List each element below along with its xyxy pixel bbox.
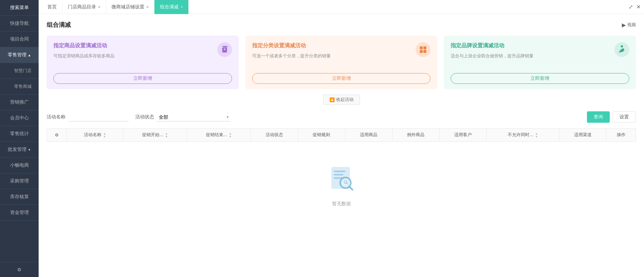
col-activity-name-label: 活动名称 [84,132,101,137]
col-operation: 操作 [606,128,636,142]
col-applicable-goods-label: 适用商品 [360,132,377,137]
sidebar-item-procurement[interactable]: 采购管理 [0,173,39,189]
sidebar-item-project-contract[interactable]: 项目合同 [0,32,39,47]
svg-rect-0 [420,46,423,49]
product-promo-card: 指定商品设置满减活动 可指定滞销商品或库存较多商品 立即新增 [47,36,239,89]
video-link[interactable]: ▶ 视频 [622,22,636,28]
sidebar-item-retail-mgmt[interactable]: 零售管理 ▲ [0,47,39,63]
col-applicable-goods: 适用商品 [345,128,392,142]
maximize-icon[interactable]: ⤢ [629,4,633,10]
retail-mgmt-arrow: ▲ [28,53,31,57]
col-activity-status: 活动状态 [251,128,298,142]
empty-state-row: 暂无数据 [47,142,636,220]
product-card-icon [217,42,232,57]
page-header: 组合满减 ▶ 视频 [47,21,636,29]
col-applicable-customer: 适用客户 [439,128,486,142]
product-card-title: 指定商品设置满减活动 [53,42,232,49]
search-actions: 查询 设置 [587,111,636,123]
sidebar-item-finance[interactable]: 资金管理 [0,205,39,221]
collapse-up-icon: 🔼 [329,97,335,102]
activity-name-sort: ▲▼ [103,132,106,138]
col-activity-name[interactable]: 活动名称 ▲▼ [67,128,123,142]
svg-rect-6 [334,174,343,175]
tab-store-catalog-close[interactable]: × [98,5,100,9]
category-card-desc: 可选一个或者多个分类，提升分类的销量 [252,53,431,68]
window-close-icon[interactable]: ✕ [636,4,641,10]
col-excluded-goods-label: 例外商品 [407,132,424,137]
no-concurrent-sort: ▲▼ [535,132,538,138]
tabs-bar: 首页 门店商品目录 × 微商城店铺设置 × 组合满减 × ⤢ ✕ [39,0,644,14]
activity-name-label: 活动名称 [47,114,65,120]
col-excluded-goods: 例外商品 [392,128,439,142]
content-area: 组合满减 ▶ 视频 指定商品设置满减活动 可指定滞销商品或库存较多商品 立即新增… [39,14,644,277]
sidebar-item-marketing[interactable]: 营销推广 [0,95,39,110]
svg-rect-1 [423,46,426,49]
promo-cards-row: 指定商品设置满减活动 可指定滞销商品或库存较多商品 立即新增 指定分类设置满减活… [47,36,636,89]
col-settings[interactable]: ⚙ [47,128,67,142]
col-promo-end-label: 促销结束... [206,132,227,137]
tab-wechat-store[interactable]: 微商城店铺设置 × [106,0,154,14]
activity-name-field: 活动名称 [47,113,129,121]
col-no-concurrent-label: 不允许同时... [508,132,533,137]
collapse-activities-btn[interactable]: 🔼 收起活动 [323,95,360,105]
col-activity-status-label: 活动状态 [266,132,283,137]
table-settings-btn[interactable]: 设置 [612,111,636,123]
main-area: 首页 门店商品目录 × 微商城店铺设置 × 组合满减 × ⤢ ✕ 组合满减 ▶ … [39,0,644,277]
tab-combo-discount[interactable]: 组合满减 × [154,0,189,14]
table-header-row: ⚙ 活动名称 ▲▼ 促销开始... ▲▼ 促销结束... ▲▼ [47,128,636,142]
sidebar-item-quick-nav[interactable]: 快捷导航 [0,16,39,32]
query-btn[interactable]: 查询 [587,111,610,123]
category-card-title: 指定分类设置满减活动 [252,42,431,49]
col-promo-start-label: 促销开始... [142,132,163,137]
sidebar-item-inventory[interactable]: 库存核算 [0,189,39,205]
col-promo-rule: 促销规则 [298,128,345,142]
col-no-concurrent[interactable]: 不允许同时... ▲▼ [487,128,559,142]
category-card-add-btn[interactable]: 立即新增 [252,73,431,84]
data-table: ⚙ 活动名称 ▲▼ 促销开始... ▲▼ 促销结束... ▲▼ [47,128,636,220]
search-bar: 活动名称 活动状态 全部 进行中 未开始 已结束 ▾ 查询 设置 [47,111,636,123]
col-promo-start[interactable]: 促销开始... ▲▼ [123,128,187,142]
activity-status-select[interactable]: 全部 进行中 未开始 已结束 [157,113,231,121]
sidebar-item-membership[interactable]: 会员中心 [0,110,39,126]
brand-card-desc: 适合与上游企业联合做营销，提升品牌销量 [451,53,629,68]
tab-combo-discount-close[interactable]: × [181,5,183,9]
promo-end-sort: ▲▼ [229,132,232,138]
brand-promo-card: 指定品牌设置满减活动 适合与上游企业联合做营销，提升品牌销量 立即新增 [444,36,636,89]
collapse-bar: 🔼 收起活动 [47,95,636,105]
col-promo-end[interactable]: 促销结束... ▲▼ [187,128,251,142]
product-card-add-btn[interactable]: 立即新增 [53,73,232,84]
sidebar-item-retail-stats[interactable]: 零售统计 [0,126,39,142]
sidebar-item-xiaochangec[interactable]: 小畅电商 [0,158,39,173]
activity-status-field: 活动状态 全部 进行中 未开始 已结束 ▾ [135,113,231,121]
activity-name-input[interactable] [68,113,129,121]
empty-state-text: 暂无数据 [47,201,636,207]
tab-home[interactable]: 首页 [42,0,62,14]
product-card-desc: 可指定滞销商品或库存较多商品 [53,53,232,68]
empty-state: 暂无数据 [47,142,636,220]
wholesale-mgmt-arrow: ▼ [28,148,31,152]
svg-rect-2 [420,50,423,53]
activity-status-label: 活动状态 [135,114,154,120]
tabs-right-actions: ⤢ ✕ [629,4,641,10]
sidebar-item-wholesale-mgmt[interactable]: 批发管理 ▼ [0,142,39,158]
empty-state-illustration [325,162,358,196]
svg-line-10 [349,186,353,190]
sidebar-item-smart-store[interactable]: 智慧门店 [0,63,39,79]
sidebar: 搜索菜单 快捷导航 项目合同 零售管理 ▲ 智慧门店 零售商城 营销推广 会员中… [0,0,39,277]
play-circle-icon: ▶ [622,22,626,28]
settings-icon: ⚙ [55,132,59,137]
sidebar-search[interactable]: 搜索菜单 [0,0,39,16]
sidebar-settings-btn[interactable]: ⚙ [0,262,39,277]
col-applicable-channel-label: 适用渠道 [574,132,592,137]
sidebar-item-retail-mall[interactable]: 零售商城 [0,79,39,95]
tab-wechat-store-close[interactable]: × [146,5,149,9]
tab-store-catalog[interactable]: 门店商品目录 × [62,0,106,14]
brand-card-add-btn[interactable]: 立即新增 [451,73,629,84]
svg-rect-3 [423,50,426,53]
svg-rect-5 [334,171,346,172]
col-promo-rule-label: 促销规则 [313,132,330,137]
col-applicable-channel: 适用渠道 [559,128,606,142]
promo-start-sort: ▲▼ [165,132,168,138]
page-title: 组合满减 [47,21,71,29]
category-promo-card: 指定分类设置满减活动 可选一个或者多个分类，提升分类的销量 立即新增 [245,36,438,89]
